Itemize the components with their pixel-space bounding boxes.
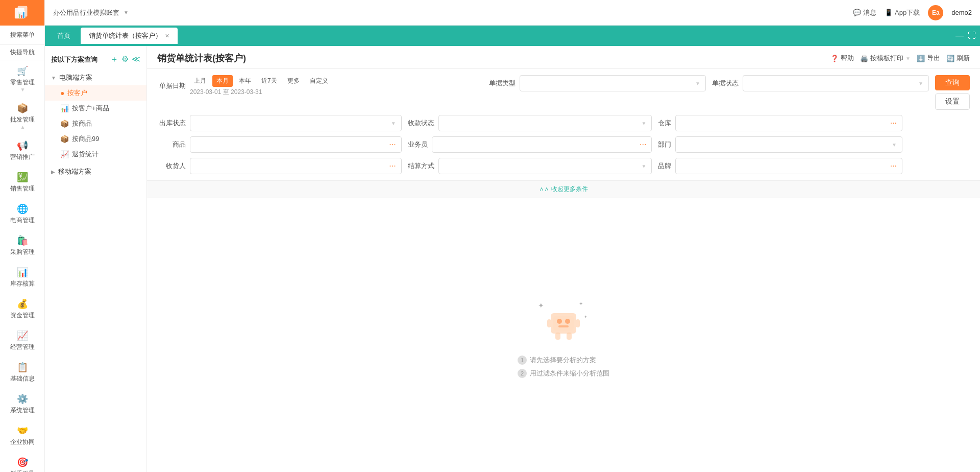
svg-rect-8 <box>547 319 551 327</box>
sidebar-purchase-label: 采购管理 <box>10 248 35 256</box>
sidebar-marketing-label: 营销推广 <box>10 153 35 161</box>
return-stat-icon: 📈 <box>60 150 69 158</box>
sidebar-item-purchase[interactable]: 🛍️ 采购管理 <box>0 230 44 262</box>
tree-parent-mobile[interactable]: ▶ 移动端方案 <box>45 164 146 179</box>
refresh-button[interactable]: 🔄 刷新 <box>946 54 970 63</box>
recipient-dots-icon[interactable]: ··· <box>389 161 396 171</box>
help-button[interactable]: ❓ 帮助 <box>830 54 854 63</box>
message-icon: 💬 <box>853 9 861 16</box>
tree-child-by-customer[interactable]: ● 按客户 <box>45 85 146 101</box>
export-button[interactable]: ⬇️ 导出 <box>917 54 940 63</box>
sidebar-item-retail[interactable]: 🛒 零售管理 ▼ <box>0 60 44 98</box>
date-tab-current-month[interactable]: 本月 <box>212 75 233 87</box>
sidebar-system-label: 系统管理 <box>10 406 35 415</box>
tab-minimize-icon[interactable]: — <box>955 31 964 40</box>
payment-status-select[interactable]: ▼ <box>438 115 652 131</box>
svg-text:✦: ✦ <box>584 315 587 319</box>
tree-child-by-customer-label: 按客户 <box>67 88 87 98</box>
warehouse-input[interactable]: ··· <box>675 115 902 131</box>
stock-out-select[interactable]: ▼ <box>190 115 402 131</box>
empty-state: ✦ ✦ ✦ 1 请先选择要分析的方案 2 用过滤条件来缩小分析范围 <box>147 198 980 472</box>
staff-label: 业务员 <box>408 140 428 149</box>
payment-method-select[interactable]: ▼ <box>438 158 652 174</box>
sidebar-item-newuser[interactable]: 🎯 新手引导 <box>0 452 44 472</box>
newuser-icon: 🎯 <box>17 457 28 468</box>
sidebar-item-system[interactable]: ⚙️ 系统管理 <box>0 388 44 420</box>
sidebar-item-operation[interactable]: 📈 经营管理 <box>0 325 44 357</box>
type-dropdown-icon: ▼ <box>695 81 700 86</box>
staff-input[interactable]: ··· <box>432 136 652 153</box>
sidebar-enterprise-label: 企业协同 <box>10 438 35 446</box>
settings-button[interactable]: 设置 <box>935 93 970 110</box>
sidebar-item-finance[interactable]: 💰 资金管理 <box>0 293 44 325</box>
dept-select[interactable]: ▼ <box>675 136 902 153</box>
sidebar-quicknav-section[interactable]: 快捷导航 <box>0 45 44 60</box>
user-avatar[interactable]: Ea <box>928 5 943 20</box>
print-button[interactable]: 🖨️ 按模板打印 ▼ <box>860 54 911 63</box>
date-tabs: 上月 本月 本年 近7天 更多 自定义 <box>190 75 332 87</box>
tree-child-by-goods99[interactable]: 📦 按商品99 <box>45 131 146 147</box>
sidebar-operation-label: 经营管理 <box>10 343 35 351</box>
warehouse-dots-icon[interactable]: ··· <box>890 119 897 128</box>
app-icon: 📱 <box>885 9 893 16</box>
sidebar-item-inventory[interactable]: 📊 库存核算 <box>0 262 44 293</box>
svg-point-6 <box>565 319 570 324</box>
app-download-button[interactable]: 📱 App下载 <box>885 8 920 17</box>
tab-maximize-icon[interactable]: ⛶ <box>968 31 976 40</box>
marketing-icon: 📢 <box>17 140 28 151</box>
date-tab-current-year[interactable]: 本年 <box>235 75 255 87</box>
page-area: 按以下方案查询 ＋ ⚙ ≪ ▼ 电脑端方案 ● 按客户 📊 按客 <box>45 46 980 472</box>
print-dropdown-icon: ▼ <box>905 56 911 61</box>
tree-section-mobile: ▶ 移动端方案 <box>45 164 146 179</box>
sidebar-search-section[interactable]: 搜索菜单 <box>0 26 44 45</box>
query-button[interactable]: 查询 <box>935 75 970 90</box>
tree-child-return-stat[interactable]: 📈 退货统计 <box>45 147 146 162</box>
user-name[interactable]: demo2 <box>951 9 972 16</box>
date-tab-custom[interactable]: 自定义 <box>306 75 332 87</box>
status-select[interactable]: ▼ <box>743 75 929 91</box>
date-tab-last-month[interactable]: 上月 <box>190 75 210 87</box>
date-tab-more[interactable]: 更多 <box>283 75 304 87</box>
left-panel-title: 按以下方案查询 <box>51 55 97 64</box>
type-select[interactable]: ▼ <box>520 75 706 91</box>
staff-dots-icon[interactable]: ··· <box>640 140 646 149</box>
tab-bar: 首页 销货单统计表（按客户） ✕ — ⛶ <box>45 26 980 46</box>
sidebar-item-basic[interactable]: 📋 基础信息 <box>0 357 44 388</box>
date-range-display: 2023-03-01 至 2023-03-31 <box>190 88 332 97</box>
sidebar-item-ecommerce[interactable]: 🌐 电商管理 <box>0 198 44 230</box>
goods-dots-icon[interactable]: ··· <box>389 140 396 149</box>
user-initials: Ea <box>932 9 940 16</box>
recipient-input[interactable]: ··· <box>190 158 402 174</box>
collapse-panel-icon[interactable]: ≪ <box>132 54 140 65</box>
company-selector[interactable]: 办公用品行业模拟账套 ▼ <box>53 8 129 17</box>
sidebar-item-wholesale[interactable]: 📦 批发管理 ▲ <box>0 98 44 135</box>
top-header: 办公用品行业模拟账套 ▼ 💬 消息 📱 App下载 Ea demo2 <box>45 0 980 26</box>
retail-icon: 🛒 <box>17 65 28 77</box>
tab-close-icon[interactable]: ✕ <box>165 33 169 39</box>
by-customer-goods-icon: 📊 <box>60 104 69 112</box>
system-icon: ⚙️ <box>17 393 28 405</box>
tab-home[interactable]: 首页 <box>49 28 79 44</box>
message-label: 消息 <box>863 8 876 17</box>
sidebar-item-sales[interactable]: 💹 销售管理 <box>0 167 44 198</box>
collapse-bar[interactable]: ∧∧ 收起更多条件 <box>147 181 980 198</box>
brand-input[interactable]: ··· <box>675 158 902 174</box>
svg-rect-9 <box>576 319 580 327</box>
svg-rect-7 <box>558 325 569 327</box>
tree-parent-pc[interactable]: ▼ 电脑端方案 <box>45 70 146 85</box>
message-button[interactable]: 💬 消息 <box>853 8 876 17</box>
tree-child-by-goods[interactable]: 📦 按商品 <box>45 116 146 131</box>
goods-input[interactable]: ··· <box>190 136 402 153</box>
tree-child-by-customer-goods[interactable]: 📊 按客户+商品 <box>45 101 146 116</box>
add-scheme-icon[interactable]: ＋ <box>110 54 118 65</box>
tree-child-return-stat-label: 退货统计 <box>72 150 99 159</box>
edit-scheme-icon[interactable]: ⚙ <box>121 54 129 65</box>
sidebar-newuser-label: 新手引导 <box>10 469 35 472</box>
payment-status-label: 收款状态 <box>408 119 434 128</box>
brand-label: 品牌 <box>658 161 671 171</box>
date-tab-7days[interactable]: 近7天 <box>257 75 281 87</box>
sidebar-item-marketing[interactable]: 📢 营销推广 <box>0 135 44 167</box>
sidebar-item-enterprise[interactable]: 🤝 企业协同 <box>0 420 44 452</box>
brand-dots-icon[interactable]: ··· <box>890 161 897 171</box>
tab-sales-stat[interactable]: 销货单统计表（按客户） ✕ <box>81 28 178 44</box>
